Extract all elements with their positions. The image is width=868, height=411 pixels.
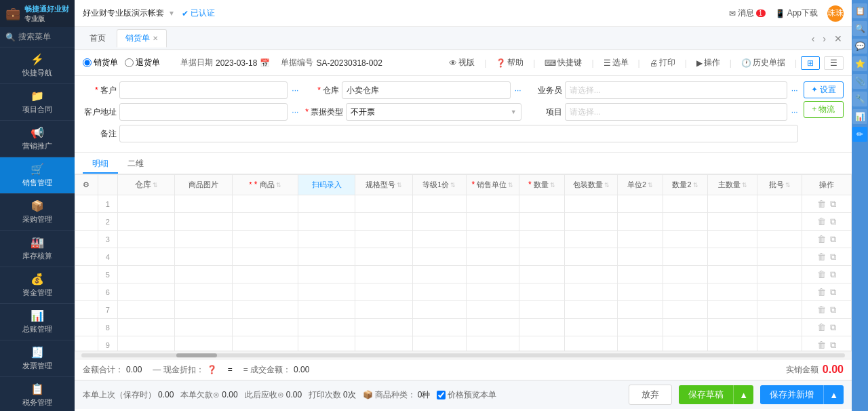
cell-unit-3[interactable] [466,231,519,248]
cell-pack_qty-2[interactable] [564,213,618,231]
cell-scan-5[interactable] [298,266,355,283]
cell-pack_qty-1[interactable] [564,195,618,213]
th-scan[interactable]: 扫码录入 [298,175,355,195]
salesman-ellipsis[interactable]: ··· [791,85,798,95]
list-view-btn[interactable]: ☰ [824,56,844,70]
view-btn[interactable]: 👁 视版 [443,56,480,70]
cell-unit2-9[interactable] [618,336,663,351]
cell-product-2[interactable] [233,213,298,231]
th-unit2[interactable]: 单位2⇅ [618,175,663,195]
cell-unit-5[interactable] [466,266,519,283]
cell-qty-1[interactable] [519,195,564,213]
cell-unit-2[interactable] [466,213,519,231]
cell-main_qty-5[interactable] [708,266,757,283]
return-radio[interactable]: 退货单 [125,57,160,68]
delete-row-btn-6[interactable]: 🗑 [816,286,827,298]
th-qty[interactable]: * 数量⇅ [519,175,564,195]
right-panel-btn-6[interactable]: 🔧 [852,92,867,106]
right-panel-btn-7[interactable]: 📊 [852,109,867,124]
cell-pack_qty-8[interactable] [564,319,618,336]
operate-btn[interactable]: ▶ 操作 [691,56,726,70]
date-value[interactable]: 2023-03-18 [216,58,257,68]
cell-price1-9[interactable] [413,336,467,351]
warehouse-ellipsis[interactable]: ··· [515,85,521,95]
delete-row-btn-8[interactable]: 🗑 [816,321,827,334]
tab-close-icon[interactable]: ✕ [153,35,158,42]
cell-unit2-4[interactable] [618,248,663,266]
cell-price1-1[interactable] [413,195,467,213]
delete-row-btn-9[interactable]: 🗑 [816,339,827,351]
cell-spec-6[interactable] [355,283,413,301]
cell-unit-6[interactable] [466,283,519,301]
cell-spec-5[interactable] [355,266,413,283]
cell-warehouse-8[interactable] [117,319,175,336]
warehouse-input[interactable]: 小卖仓库 [342,81,510,99]
copy-row-btn-4[interactable]: ⧉ [829,251,837,263]
cell-pack_qty-4[interactable] [564,248,618,266]
cell-spec-3[interactable] [355,231,413,248]
cell-qty2-6[interactable] [663,283,707,301]
sale-radio[interactable]: 销货单 [83,57,118,68]
cell-product-3[interactable] [233,231,298,248]
cell-qty-5[interactable] [519,266,564,283]
project-ellipsis[interactable]: ··· [791,107,798,117]
cell-unit2-5[interactable] [618,266,663,283]
calendar-icon[interactable]: 📅 [260,58,270,68]
th-settings[interactable]: ⚙ [75,175,98,195]
help-btn[interactable]: ❓ 帮助 [490,56,529,70]
cell-batch-5[interactable] [757,266,802,283]
right-panel-btn-8[interactable]: ✏ [852,127,867,142]
settings-btn[interactable]: ✦ 设置 [804,81,844,98]
grid-view-btn[interactable]: ⊞ [801,56,820,70]
scrollbar-thumb[interactable] [176,353,217,357]
th-spec[interactable]: 规格型号⇅ [355,175,413,195]
cell-image-8[interactable] [175,319,233,336]
cell-qty-4[interactable] [519,248,564,266]
abandon-btn[interactable]: 放弃 [629,385,672,405]
copy-row-btn-2[interactable]: ⧉ [829,216,837,228]
right-panel-btn-2[interactable]: 🔍 [852,21,867,36]
app-download-btn[interactable]: 📱 App下载 [775,7,818,19]
cell-qty-3[interactable] [519,231,564,248]
sidebar-item-projects[interactable]: 📁 项目合同 [0,84,75,121]
cell-spec-7[interactable] [355,301,413,319]
remark-input[interactable] [119,125,798,142]
cell-qty2-3[interactable] [663,231,707,248]
customer-input[interactable] [119,81,288,99]
cell-qty-6[interactable] [519,283,564,301]
address-input[interactable] [119,103,288,121]
cell-main_qty-7[interactable] [708,301,757,319]
tab-2d[interactable]: 二维 [118,155,153,174]
cell-batch-7[interactable] [757,301,802,319]
cell-pack_qty-5[interactable] [564,266,618,283]
shortcut-btn[interactable]: ⌨ 快捷键 [539,56,587,70]
sale-radio-input[interactable] [83,58,92,67]
save-new-dropdown-btn[interactable]: ▲ [824,385,844,404]
cell-warehouse-1[interactable] [117,195,175,213]
cell-unit2-8[interactable] [618,319,663,336]
sidebar-item-marketing[interactable]: 📢 营销推广 [0,121,75,157]
copy-row-btn-3[interactable]: ⧉ [829,233,837,246]
delete-row-btn-5[interactable]: 🗑 [816,269,827,281]
message-btn[interactable]: ✉ 消息 1 [729,7,766,19]
sidebar-item-invoice[interactable]: 🧾 发票管理 [0,340,75,377]
cell-unit-8[interactable] [466,319,519,336]
cell-batch-3[interactable] [757,231,802,248]
avatar[interactable]: 珠珠 [827,5,844,22]
th-product[interactable]: * 商品⇅ [233,175,298,195]
cell-main_qty-2[interactable] [708,213,757,231]
cell-spec-2[interactable] [355,213,413,231]
cell-batch-2[interactable] [757,213,802,231]
return-radio-input[interactable] [125,58,134,67]
cell-image-9[interactable] [175,336,233,351]
cell-qty2-7[interactable] [663,301,707,319]
delete-row-btn-4[interactable]: 🗑 [816,251,827,263]
sidebar-item-purchase[interactable]: 📦 采购管理 [0,194,75,231]
right-panel-btn-1[interactable]: 📋 [852,3,867,18]
cell-unit-1[interactable] [466,195,519,213]
cell-qty2-4[interactable] [663,248,707,266]
cell-scan-9[interactable] [298,336,355,351]
copy-row-btn-7[interactable]: ⧉ [829,304,837,316]
cell-image-3[interactable] [175,231,233,248]
copy-row-btn-8[interactable]: ⧉ [829,321,837,334]
